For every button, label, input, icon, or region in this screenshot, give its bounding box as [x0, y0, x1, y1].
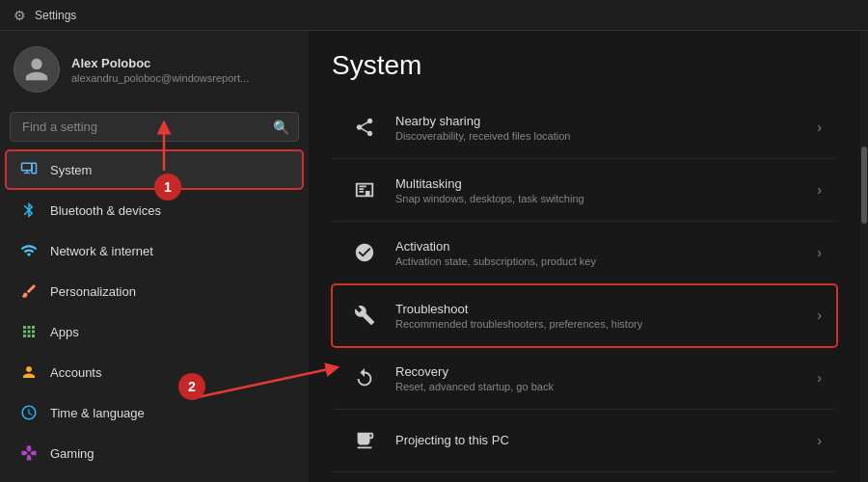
activation-icon: [347, 235, 382, 270]
search-icon: 🔍: [273, 120, 289, 135]
projecting-chevron: ›: [817, 433, 822, 448]
avatar: [14, 46, 60, 93]
settings-item-nearby-sharing[interactable]: Nearby sharing Discoverability, received…: [332, 96, 837, 159]
sidebar-item-personalization[interactable]: Personalization: [6, 272, 303, 310]
activation-chevron: ›: [817, 245, 822, 260]
projecting-text: Projecting to this PC: [395, 433, 809, 449]
settings-item-multitasking[interactable]: Multitasking Snap windows, desktops, tas…: [332, 159, 837, 222]
activation-text: Activation Activation state, subscriptio…: [395, 239, 809, 267]
page-title: System: [332, 50, 837, 81]
sidebar-item-gaming[interactable]: Gaming: [6, 434, 303, 472]
sidebar-item-gaming-label: Gaming: [50, 446, 95, 461]
scrollbar-thumb[interactable]: [861, 147, 867, 224]
gaming-icon: [19, 443, 39, 463]
svg-rect-2: [24, 173, 30, 174]
sidebar-item-personalization-label: Personalization: [50, 284, 136, 299]
sidebar-item-system-label: System: [50, 163, 92, 177]
projecting-icon: [347, 423, 382, 458]
recovery-desc: Reset, advanced startup, go back: [395, 381, 809, 392]
sidebar-item-time-label: Time & language: [50, 406, 145, 420]
nearby-sharing-text: Nearby sharing Discoverability, received…: [395, 114, 809, 142]
activation-desc: Activation state, subscriptions, product…: [395, 255, 809, 267]
activation-title: Activation: [395, 239, 809, 254]
nearby-sharing-icon: [347, 110, 382, 145]
settings-item-activation[interactable]: Activation Activation state, subscriptio…: [332, 222, 837, 284]
recovery-chevron: ›: [817, 370, 822, 386]
sidebar-item-system[interactable]: System: [6, 150, 303, 189]
troubleshoot-icon: [347, 298, 382, 333]
sidebar-item-network[interactable]: Network & internet: [6, 231, 303, 270]
system-icon: [19, 160, 39, 179]
troubleshoot-desc: Recommended troubleshooters, preferences…: [395, 318, 809, 330]
multitasking-title: Multitasking: [395, 176, 809, 191]
sidebar-item-bluetooth[interactable]: Bluetooth & devices: [6, 191, 303, 229]
settings-item-troubleshoot[interactable]: Troubleshoot Recommended troubleshooters…: [332, 284, 837, 347]
title-bar-text: Settings: [35, 9, 76, 22]
main-layout: Alex Poloboc alexandru_poloboc@windowsre…: [0, 31, 868, 482]
nearby-sharing-desc: Discoverability, received files location: [395, 130, 809, 142]
time-icon: [19, 403, 39, 422]
troubleshoot-text: Troubleshoot Recommended troubleshooters…: [395, 302, 809, 330]
content-area: System Nearby sharing Discoverability, r…: [309, 31, 860, 482]
recovery-title: Recovery: [395, 364, 809, 379]
title-bar: ⚙ Settings: [0, 0, 868, 31]
settings-title-icon: ⚙: [12, 8, 27, 23]
sidebar-item-apps-label: Apps: [50, 325, 79, 339]
network-icon: [19, 241, 39, 260]
user-profile[interactable]: Alex Poloboc alexandru_poloboc@windowsre…: [0, 31, 309, 108]
user-info: Alex Poloboc alexandru_poloboc@windowsre…: [71, 56, 249, 84]
multitasking-text: Multitasking Snap windows, desktops, tas…: [395, 176, 809, 204]
multitasking-icon: [347, 173, 382, 207]
personalization-icon: [19, 281, 39, 301]
bluetooth-icon: [19, 201, 39, 220]
settings-item-projecting[interactable]: Projecting to this PC ›: [332, 410, 837, 472]
svg-rect-0: [22, 163, 33, 171]
svg-rect-3: [32, 163, 37, 174]
nearby-sharing-chevron: ›: [817, 120, 822, 135]
projecting-title: Projecting to this PC: [395, 433, 809, 447]
nearby-sharing-title: Nearby sharing: [395, 114, 809, 128]
multitasking-chevron: ›: [817, 182, 822, 198]
multitasking-desc: Snap windows, desktops, task switching: [395, 193, 809, 204]
sidebar-item-apps[interactable]: Apps: [6, 312, 303, 351]
scrollbar-track[interactable]: [860, 31, 868, 482]
user-name: Alex Poloboc: [71, 56, 249, 70]
recovery-text: Recovery Reset, advanced startup, go bac…: [395, 364, 809, 392]
avatar-icon: [23, 56, 50, 83]
troubleshoot-chevron: ›: [817, 308, 822, 323]
search-box[interactable]: 🔍: [10, 112, 299, 142]
user-email: alexandru_poloboc@windowsreport...: [71, 72, 249, 84]
search-input[interactable]: [10, 112, 299, 142]
sidebar: Alex Poloboc alexandru_poloboc@windowsre…: [0, 31, 309, 482]
svg-rect-1: [26, 171, 28, 173]
sidebar-item-accounts-label: Accounts: [50, 365, 101, 380]
sidebar-item-accounts[interactable]: Accounts: [6, 353, 303, 391]
settings-item-recovery[interactable]: Recovery Reset, advanced startup, go bac…: [332, 347, 837, 410]
sidebar-item-bluetooth-label: Bluetooth & devices: [50, 203, 161, 218]
recovery-icon: [347, 361, 382, 395]
settings-list: Nearby sharing Discoverability, received…: [332, 96, 837, 472]
apps-icon: [19, 322, 39, 341]
accounts-icon: [19, 362, 39, 382]
troubleshoot-title: Troubleshoot: [395, 302, 809, 316]
sidebar-item-network-label: Network & internet: [50, 244, 153, 258]
sidebar-item-time[interactable]: Time & language: [6, 393, 303, 432]
